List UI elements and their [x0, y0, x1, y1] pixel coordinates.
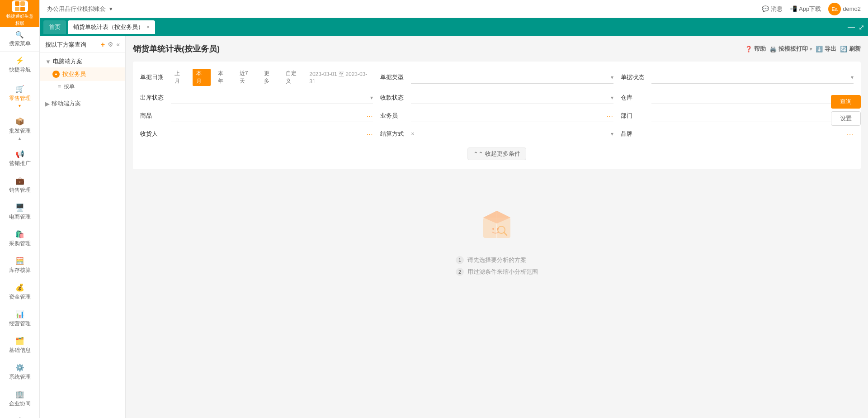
- scheme-item-label-salesman: 按业务员: [62, 70, 86, 78]
- collapse-up-icon: ⌃⌃: [473, 151, 483, 157]
- sidebar-item-retail[interactable]: 🛒 零售管理 ▼: [0, 80, 39, 113]
- tab-minimize-btn[interactable]: —: [848, 23, 855, 32]
- svg-rect-0: [15, 1, 19, 6]
- app-download-btn[interactable]: 📲 App下载: [790, 5, 821, 13]
- ecommerce-icon: 🖥️: [15, 203, 24, 212]
- print-dropdown-icon: ▾: [810, 47, 812, 52]
- finance-label: 资金管理: [9, 293, 31, 301]
- export-btn[interactable]: ⬇️ 导出: [816, 45, 836, 53]
- goods-label: 商品: [140, 112, 167, 120]
- tab-bar-right: — ⤢: [848, 23, 864, 32]
- date-custom-btn[interactable]: 自定义: [282, 69, 306, 86]
- order-scheme-icon: ≡: [58, 84, 61, 90]
- operations-icon: 📊: [15, 310, 24, 318]
- goods-input[interactable]: ···: [171, 109, 373, 122]
- sidebar-item-ecommerce[interactable]: 🖥️ 电商管理: [0, 199, 39, 225]
- sidebar-item-operations[interactable]: 📊 经营管理: [0, 305, 39, 332]
- sidebar-item-newbie[interactable]: 🎓 新手引导: [0, 412, 39, 418]
- refresh-icon: 🔄: [840, 46, 847, 52]
- message-btn[interactable]: 💬 消息: [762, 5, 783, 13]
- inventory-icon: 🧮: [15, 256, 24, 265]
- doctype-arrow-icon: ▾: [611, 74, 613, 81]
- docstatus-select[interactable]: ▾: [651, 71, 854, 84]
- svg-rect-2: [15, 7, 19, 11]
- date-year-btn[interactable]: 本年: [214, 69, 232, 86]
- collapse-label: 收起更多条件: [485, 150, 520, 158]
- svg-point-11: [497, 228, 499, 230]
- scheme-item-salesman[interactable]: ● 按业务员: [40, 67, 125, 81]
- retail-label: 零售管理: [9, 95, 31, 102]
- warehouse-input[interactable]: ···: [651, 91, 854, 104]
- date-cur-month-btn[interactable]: 本月: [193, 69, 211, 86]
- sidebar-item-system[interactable]: ⚙️ 系统管理: [0, 359, 39, 385]
- sidebar-item-inventory[interactable]: 🧮 库存核算: [0, 252, 39, 279]
- sidebar-item-wholesale[interactable]: 📦 批发管理 ▲: [0, 113, 39, 145]
- sidebar-item-quicknav[interactable]: ⚡ 快捷导航: [0, 52, 39, 78]
- tab-active[interactable]: 销货单统计表（按业务员） ×: [68, 20, 155, 34]
- salesman-input[interactable]: ···: [411, 109, 613, 122]
- inventory-label: 库存核算: [9, 266, 31, 274]
- print-icon: 🖨️: [769, 46, 777, 52]
- outstatus-select[interactable]: ▾: [171, 91, 373, 104]
- help-btn[interactable]: ❓ 帮助: [745, 45, 766, 53]
- collapse-btn[interactable]: ⌃⌃ 收起更多条件: [467, 147, 526, 160]
- pc-group-expand-icon: ▼: [45, 58, 51, 65]
- sidebar-item-purchase[interactable]: 🛍️ 采购管理: [0, 225, 39, 252]
- consignee-input[interactable]: ···: [171, 128, 373, 140]
- sidebar-item-enterprise[interactable]: 🏢 企业协同: [0, 385, 39, 412]
- filter-item-dept: 部门 ▾: [621, 109, 854, 122]
- sidebar-item-marketing[interactable]: 📢 营销推广: [0, 145, 39, 172]
- goods-dots-icon: ···: [367, 112, 373, 119]
- dept-select[interactable]: ▾: [651, 109, 854, 122]
- pc-group-label: 电脑端方案: [53, 57, 82, 66]
- salesman-dots-icon: ···: [607, 112, 613, 119]
- settings-scheme-btn[interactable]: ⚙: [108, 41, 113, 49]
- sidebar-item-sales[interactable]: 💼 销售管理: [0, 172, 39, 199]
- collapse-row: ⌃⌃ 收起更多条件: [140, 146, 854, 162]
- page-title-actions: ❓ 帮助 🖨️ 按模板打印 ▾ ⬇️ 导出 🔄 刷新: [745, 45, 861, 53]
- mobile-scheme-group-title[interactable]: ▶ 移动端方案: [40, 98, 125, 109]
- tab-home[interactable]: 首页: [43, 20, 66, 34]
- date-more-btn[interactable]: 更多: [260, 69, 278, 86]
- date-label: 单据日期: [140, 73, 167, 81]
- filter-item-consignee: 收货人 ···: [140, 128, 373, 140]
- add-scheme-btn[interactable]: +: [101, 41, 105, 49]
- query-btn[interactable]: 查询: [831, 95, 861, 109]
- paystatus-select[interactable]: ▾: [411, 91, 613, 104]
- scheme-sub-item-order[interactable]: ≡ 按单: [40, 81, 125, 92]
- collapse-panel-btn[interactable]: «: [116, 41, 120, 49]
- basic-label: 基础信息: [9, 347, 31, 354]
- tab-close-icon[interactable]: ×: [146, 24, 150, 30]
- refresh-btn[interactable]: 🔄 刷新: [840, 45, 861, 53]
- date-7days-btn[interactable]: 近7天: [236, 69, 257, 86]
- sidebar-item-basic[interactable]: 🗂️ 基础信息: [0, 332, 39, 359]
- settings-btn[interactable]: 设置: [831, 111, 861, 126]
- sidebar-item-finance[interactable]: 💰 资金管理: [0, 279, 39, 305]
- filter-item-warehouse: 仓库 ···: [621, 91, 854, 104]
- hint-text-2: 用过滤条件来缩小分析范围: [467, 268, 538, 276]
- doctype-select[interactable]: ▾: [411, 71, 613, 84]
- pc-scheme-group-title[interactable]: ▼ 电脑端方案: [40, 56, 125, 67]
- system-label: 系统管理: [9, 373, 31, 381]
- print-btn[interactable]: 🖨️ 按模板打印 ▾: [769, 45, 812, 53]
- settlement-select[interactable]: × ▾: [411, 128, 613, 140]
- empty-hint-2: 2 用过滤条件来缩小分析范围: [456, 268, 538, 276]
- query-btn-group: 查询 设置: [831, 95, 861, 126]
- empty-hint-1: 1 请先选择要分析的方案: [456, 256, 538, 264]
- brand-input[interactable]: ···: [651, 128, 854, 140]
- user-menu-btn[interactable]: Ea demo2: [828, 3, 861, 15]
- sidebar-search[interactable]: 🔍 搜索菜单: [0, 27, 39, 52]
- top-header-left: 办公用品行业模拟账套 ▾: [47, 5, 113, 13]
- mobile-expand-icon: ▶: [45, 100, 50, 107]
- industry-dropdown-icon[interactable]: ▾: [109, 5, 113, 12]
- operations-label: 经营管理: [9, 320, 31, 328]
- date-filter-controls: 上月 本月 本年 近7天 更多 自定义 2023-03-01 至 2023-03…: [171, 69, 373, 86]
- empty-icon: [474, 202, 519, 247]
- tab-maximize-btn[interactable]: ⤢: [859, 23, 864, 32]
- svg-rect-1: [20, 1, 25, 6]
- settlement-clear-btn[interactable]: ×: [411, 131, 414, 137]
- retail-icon: 🛒: [15, 85, 24, 93]
- wholesale-label: 批发管理: [9, 127, 31, 135]
- date-prev-month-btn[interactable]: 上月: [171, 69, 189, 86]
- page-title-row: 销货单统计表(按业务员) ❓ 帮助 🖨️ 按模板打印 ▾ ⬇️ 导出: [133, 43, 861, 54]
